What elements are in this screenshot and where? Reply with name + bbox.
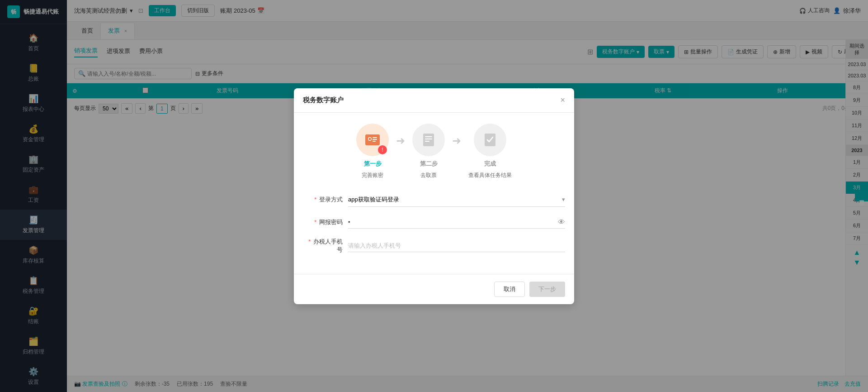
required-mark: * <box>308 238 311 245</box>
phone-control <box>348 239 565 252</box>
password-control: 👁 <box>348 216 565 229</box>
svg-rect-7 <box>425 136 432 137</box>
step2-desc: 去取票 <box>420 172 437 179</box>
tax-digital-modal: 税务数字账户 × <box>294 88 574 304</box>
phone-label: * 办税人手机号 <box>303 238 348 254</box>
modal-footer: 取消 下一步 <box>294 274 574 304</box>
step1-svg-icon <box>363 131 382 149</box>
step1-icon-wrap: ! <box>356 124 389 156</box>
next-button[interactable]: 下一步 <box>529 282 565 297</box>
svg-rect-4 <box>373 141 376 142</box>
svg-rect-6 <box>423 134 434 146</box>
login-method-control: app获取验证码登录 ▾ <box>348 193 565 207</box>
step-2: 第二步 去取票 <box>412 124 445 179</box>
step-arrow-1: ➜ <box>389 134 412 147</box>
phone-input[interactable] <box>348 239 565 252</box>
step2-svg-icon <box>420 131 438 149</box>
modal-title: 税务数字账户 <box>303 96 344 105</box>
step2-icon-wrap <box>412 124 445 156</box>
password-label: * 网报密码 <box>303 218 348 226</box>
required-mark: * <box>314 219 316 225</box>
chevron-down-icon: ▾ <box>562 196 565 203</box>
svg-point-5 <box>369 138 371 140</box>
step1-label: 第一步 <box>364 160 382 168</box>
step3-svg-icon <box>481 131 499 149</box>
form-row-login-method: * 登录方式 app获取验证码登录 ▾ <box>303 193 565 207</box>
modal-close-button[interactable]: × <box>560 96 565 105</box>
steps-indicator: ! 第一步 完善账密 ➜ <box>303 124 565 179</box>
toggle-password-icon[interactable]: 👁 <box>558 218 565 226</box>
password-input[interactable] <box>348 216 565 229</box>
step-3: 完成 查看具体任务结果 <box>468 124 512 179</box>
password-input-wrapper: 👁 <box>348 216 565 229</box>
step3-label: 完成 <box>484 160 496 168</box>
step3-desc: 查看具体任务结果 <box>468 172 512 179</box>
login-method-value: app获取验证码登录 <box>348 196 399 204</box>
step-1: ! 第一步 完善账密 <box>356 124 389 179</box>
step1-desc: 完善账密 <box>362 172 383 179</box>
step3-icon-wrap <box>474 124 506 156</box>
modal-header: 税务数字账户 × <box>294 88 574 113</box>
form-row-phone: * 办税人手机号 <box>303 238 565 254</box>
login-method-label: * 登录方式 <box>303 196 348 204</box>
form-row-password: * 网报密码 👁 <box>303 216 565 229</box>
modal-body: ! 第一步 完善账密 ➜ <box>294 113 574 274</box>
step1-badge: ! <box>378 145 387 154</box>
required-mark: * <box>314 196 316 203</box>
svg-rect-9 <box>425 141 429 142</box>
step2-label: 第二步 <box>420 160 438 168</box>
svg-rect-8 <box>425 139 432 139</box>
login-method-select[interactable]: app获取验证码登录 ▾ <box>348 193 565 207</box>
step-arrow-2: ➜ <box>445 134 468 147</box>
svg-rect-3 <box>373 139 377 140</box>
svg-rect-0 <box>365 134 380 145</box>
cancel-button[interactable]: 取消 <box>494 282 525 297</box>
svg-rect-2 <box>373 137 377 138</box>
modal-overlay: 税务数字账户 × <box>0 0 868 392</box>
